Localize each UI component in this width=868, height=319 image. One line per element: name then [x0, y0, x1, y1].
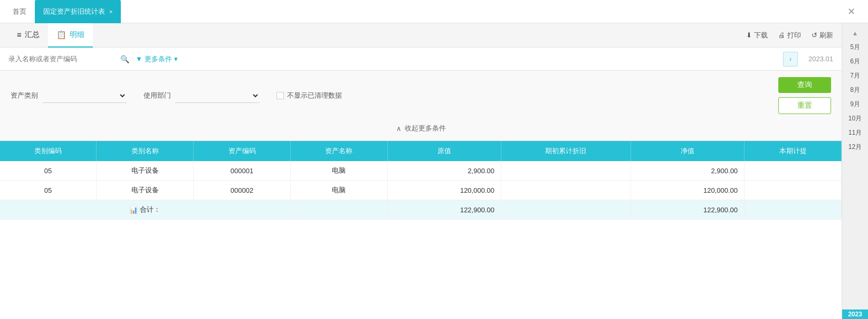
sidebar-month-item[interactable]: 8月 [846, 83, 864, 97]
sidebar-month-item[interactable]: 11月 [846, 126, 864, 140]
content-area: ≡ 汇总 📋 明细 ⬇ 下载 🖨 打印 ↺ 刷新 [0, 23, 842, 319]
total-current-period [745, 200, 842, 220]
sidebar-month-item[interactable]: 10月 [846, 111, 864, 126]
cell-category-name: 电子设备 [97, 181, 194, 200]
hide-cleared-label: 不显示已清理数据 [287, 91, 342, 100]
summary-icon: ≡ [17, 30, 22, 39]
sidebar-month-item[interactable]: 6月 [846, 54, 864, 69]
tab-detail[interactable]: 📋 明细 [48, 23, 93, 48]
cell-category-name: 电子设备 [97, 161, 194, 181]
sidebar-month-item[interactable]: 12月 [846, 140, 864, 154]
filter-area: 资产类别 使用部门 不显示已清理数据 查询 重置 [0, 71, 842, 141]
tab-label: 固定资产折旧统计表 [43, 7, 105, 16]
col-accumulated-depreciation: 期初累计折旧 [501, 141, 631, 161]
total-accumulated-depreciation [501, 200, 631, 220]
year-badge: 2023 [842, 309, 868, 319]
cell-asset-name: 电脑 [290, 181, 387, 200]
col-current-period: 本期计提 [745, 141, 842, 161]
table-row: 05 电子设备 000001 电脑 2,900.00 2,900.00 [0, 161, 842, 181]
date-display: 2023.01 [808, 55, 833, 63]
hide-cleared-filter[interactable]: 不显示已清理数据 [276, 91, 342, 100]
asset-type-filter: 资产类别 [11, 88, 127, 103]
table-header-row: 类别编码 类别名称 资产编码 资产名称 原值 期初累计折旧 净值 本期计提 [0, 141, 842, 161]
table-row: 05 电子设备 000002 电脑 120,000.00 120,000.00 [0, 181, 842, 200]
collapse-filter-button[interactable]: ∧ 收起更多条件 [11, 120, 831, 134]
department-select[interactable] [175, 88, 260, 103]
main-area: ≡ 汇总 📋 明细 ⬇ 下载 🖨 打印 ↺ 刷新 [0, 23, 868, 319]
total-empty [290, 200, 387, 220]
more-filter-button[interactable]: ▼ 更多条件 ▾ [136, 54, 178, 64]
tab-summary[interactable]: ≡ 汇总 [8, 23, 48, 48]
search-icon[interactable]: 🔍 [120, 55, 129, 63]
download-label: 下载 [754, 31, 768, 40]
right-sidebar: ▲ 5月6月7月8月9月10月11月12月 2023 [842, 23, 868, 319]
col-category-code: 类别编码 [0, 141, 97, 161]
cell-asset-name: 电脑 [290, 161, 387, 181]
cell-asset-code: 000001 [194, 161, 291, 181]
data-table-wrap: 类别编码 类别名称 资产编码 资产名称 原值 期初累计折旧 净值 本期计提 05… [0, 141, 842, 319]
department-label: 使用部门 [144, 91, 171, 100]
detail-icon: 📋 [56, 30, 66, 40]
tab-close-icon[interactable]: × [109, 8, 112, 15]
refresh-button[interactable]: ↺ 刷新 [812, 31, 833, 40]
sidebar-month-item[interactable]: 5月 [846, 40, 864, 54]
cell-accumulated-depreciation [501, 161, 631, 181]
reset-button[interactable]: 重置 [778, 97, 831, 114]
filter-row-1: 资产类别 使用部门 不显示已清理数据 查询 重置 [11, 77, 831, 114]
print-button[interactable]: 🖨 打印 [778, 31, 801, 40]
sidebar-month-item[interactable]: 9月 [846, 97, 864, 111]
top-nav: 首页 固定资产折旧统计表 × ✕ [0, 0, 868, 23]
data-table: 类别编码 类别名称 资产编码 资产名称 原值 期初累计折旧 净值 本期计提 05… [0, 141, 842, 220]
sidebar-month-item[interactable]: 7月 [846, 69, 864, 83]
query-button[interactable]: 查询 [778, 77, 831, 93]
col-category-name: 类别名称 [97, 141, 194, 161]
filter-actions: 查询 重置 [778, 77, 831, 114]
refresh-label: 刷新 [819, 31, 833, 40]
hide-cleared-checkbox[interactable] [276, 92, 284, 99]
cell-current-period [745, 161, 842, 181]
filter-chevron-icon: ▾ [174, 55, 178, 63]
summary-tab-label: 汇总 [25, 30, 40, 40]
collapse-icon: ∧ [396, 125, 402, 133]
asset-type-label: 资产类别 [11, 91, 38, 100]
cell-accumulated-depreciation [501, 181, 631, 200]
col-net-value: 净值 [631, 141, 744, 161]
cell-category-code: 05 [0, 181, 97, 200]
download-button[interactable]: ⬇ 下载 [746, 31, 768, 40]
detail-tab-label: 明细 [70, 30, 84, 40]
sidebar-scroll-up-button[interactable]: ▲ [842, 27, 868, 39]
sub-tabs-bar: ≡ 汇总 📋 明细 ⬇ 下载 🖨 打印 ↺ 刷新 [0, 23, 842, 48]
cell-net-value: 120,000.00 [631, 181, 744, 200]
refresh-icon: ↺ [812, 31, 817, 39]
cell-current-period [745, 181, 842, 200]
print-icon: 🖨 [778, 31, 785, 39]
total-original-value: 122,900.00 [387, 200, 501, 220]
home-link[interactable]: 首页 [8, 7, 31, 16]
cell-original-value: 2,900.00 [387, 161, 501, 181]
cell-original-value: 120,000.00 [387, 181, 501, 200]
col-asset-code: 资产编码 [194, 141, 291, 161]
asset-type-select[interactable] [42, 88, 127, 103]
toolbar-right: ⬇ 下载 🖨 打印 ↺ 刷新 [746, 31, 833, 40]
total-net-value: 122,900.00 [631, 200, 744, 220]
filter-icon: ▼ [136, 55, 142, 63]
search-bar: 🔍 ▼ 更多条件 ▾ › 2023.01 [0, 48, 842, 71]
table-total-row: 📊 合计： 122,900.00 122,900.00 [0, 200, 842, 220]
col-asset-name: 资产名称 [290, 141, 387, 161]
filter-label: 更多条件 [145, 54, 172, 64]
download-icon: ⬇ [746, 31, 752, 39]
print-label: 打印 [787, 31, 801, 40]
search-input[interactable] [8, 55, 114, 63]
expand-panel-button[interactable]: › [783, 52, 798, 67]
total-label-cell: 📊 合计： [0, 200, 290, 220]
cell-asset-code: 000002 [194, 181, 291, 200]
active-tab[interactable]: 固定资产折旧统计表 × [35, 0, 121, 23]
col-original-value: 原值 [387, 141, 501, 161]
window-close-button[interactable]: ✕ [843, 6, 860, 17]
department-filter: 使用部门 [144, 88, 260, 103]
collapse-label: 收起更多条件 [405, 124, 446, 133]
cell-category-code: 05 [0, 161, 97, 181]
cell-net-value: 2,900.00 [631, 161, 744, 181]
